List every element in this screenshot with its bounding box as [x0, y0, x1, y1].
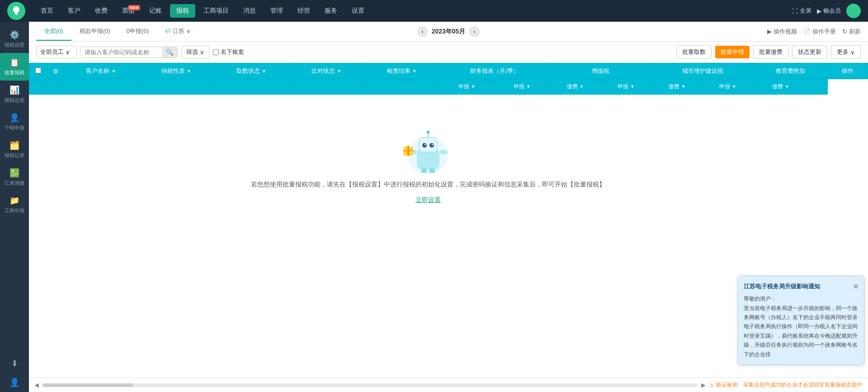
th-gear[interactable]: ⚙ — [47, 63, 64, 79]
notif-header: 江苏电子税务局升级影响通知 ✕ — [744, 282, 859, 292]
sidebar-item-personal-tax[interactable]: 👤 个税申报 — [0, 108, 29, 136]
th-check-result: 检查结果 ▼ — [364, 63, 439, 79]
sidebar-item-batch-tax[interactable]: 📋 批量报税 — [0, 53, 29, 81]
compare-status-filter-icon[interactable]: ▼ — [337, 68, 342, 74]
notification-panel: 江苏电子税务局升级影响通知 ✕ 尊敬的用户： 受当前电子税务局进一步升级的影响，… — [738, 276, 864, 365]
sidebar-label-settlement: 汇算清缴 — [5, 180, 24, 186]
svg-point-5 — [422, 143, 427, 148]
avatar[interactable] — [846, 4, 861, 18]
batch-pay-btn[interactable]: 批量缴费 — [753, 45, 788, 59]
more-btn[interactable]: 更多 ∨ — [831, 45, 861, 59]
th-tax-type: 纳税性质 ▼ — [139, 63, 214, 79]
member-btn[interactable]: ▶ 畅会员 — [817, 7, 841, 15]
tab-region[interactable]: 🏷 江苏 ∨ — [157, 23, 199, 41]
tab-bar: 全部(0) 税款申报(0) 0申报(0) 🏷 江苏 ∨ ‹ 2023年05月 › — [29, 22, 868, 42]
dropdown-icon: ∨ — [66, 49, 70, 56]
tab-zero-declare[interactable]: 0申报(0) — [118, 23, 157, 41]
fullscreen-btn[interactable]: ⛶ 全屏 — [792, 7, 811, 15]
th-city-tax: 城市维护建设税 — [652, 63, 754, 79]
nav-menu: 首页 客户 收费 票据 NEW 记账 报税 工商项目 消息 管理 经营 服务 设… — [34, 4, 792, 18]
scroll-thumb — [42, 383, 133, 387]
video-btn[interactable]: ▶ 操作视频 — [767, 28, 797, 36]
batch-declare-btn[interactable]: 批量申报 — [715, 46, 750, 58]
settlement-icon: 💹 — [9, 168, 19, 178]
member-icon: ▶ — [817, 8, 821, 14]
th-vat-pay: 缴费 ▼ — [550, 79, 601, 95]
toolbar-right: 批量取数 批量申报 批量缴费 状态更新 更多 ∨ — [676, 45, 861, 59]
search-button[interactable]: 🔍 — [162, 47, 177, 57]
nav-accounting[interactable]: 记账 — [143, 4, 168, 18]
th-sub-empty7 — [364, 79, 439, 95]
month-navigation: ‹ 2023年05月 › — [417, 26, 480, 37]
tab-tax-declare[interactable]: 税款申报(0) — [71, 23, 118, 41]
warning-icon: ⚠ — [709, 382, 714, 388]
nav-customer[interactable]: 客户 — [61, 4, 87, 18]
sidebar-download[interactable]: ⬇ — [0, 354, 29, 373]
sidebar-profile[interactable]: 👤 — [0, 373, 29, 392]
sidebar-item-tax-overview[interactable]: 📊 报税总览 — [0, 81, 29, 108]
prev-month-btn[interactable]: ‹ — [417, 26, 428, 37]
svg-rect-1 — [15, 14, 17, 15]
nav-right: ⛶ 全屏 ▶ 畅会员 — [792, 4, 861, 18]
svg-point-8 — [432, 144, 433, 145]
next-month-btn[interactable]: › — [469, 26, 480, 37]
empty-state-cell: 若您想使用批量报税功能，请先在【报税设置】中进行报税的初始化设置，完成密码验证和… — [29, 95, 828, 232]
sidebar-item-tax-settings[interactable]: ⚙️ 报税设置 — [0, 25, 29, 53]
tab-all[interactable]: 全部(0) — [36, 23, 71, 41]
setup-link[interactable]: 立即设置 — [415, 196, 441, 204]
tab-actions: ▶ 操作视频 📄 操作手册 ↻ 刷新 — [767, 28, 861, 36]
nav-tax[interactable]: 报税 — [170, 4, 195, 18]
nav-manage[interactable]: 管理 — [264, 4, 289, 18]
th-checkbox — [29, 63, 47, 79]
th-edu-declare: 申报 ▼ — [703, 79, 754, 95]
sidebar-item-settlement[interactable]: 💹 汇算清缴 — [0, 163, 29, 191]
check-result-filter-icon[interactable]: ▼ — [412, 68, 417, 74]
notif-close-btn[interactable]: ✕ — [853, 282, 859, 292]
nav-operation[interactable]: 经营 — [291, 4, 316, 18]
sidebar-label-tax-settings: 报税设置 — [5, 42, 24, 48]
fetch-status-filter-icon[interactable]: ▼ — [262, 68, 267, 74]
th-sub-empty4 — [139, 79, 214, 95]
svg-point-7 — [425, 144, 426, 145]
manual-btn[interactable]: 📄 操作手册 — [803, 28, 836, 36]
filter-button[interactable]: 筛选 ∨ — [181, 46, 209, 58]
tab-list: 全部(0) 税款申报(0) 0申报(0) 🏷 江苏 ∨ — [36, 23, 199, 41]
nav-settings[interactable]: 设置 — [345, 4, 371, 18]
search-input[interactable] — [81, 47, 162, 57]
nav-home[interactable]: 首页 — [34, 4, 60, 18]
client-name-filter-icon[interactable]: ▼ — [111, 68, 116, 74]
tax-records-icon: 🗂️ — [9, 140, 19, 150]
employee-select[interactable]: 全部员工 ∨ — [36, 46, 77, 58]
batch-fetch-btn[interactable]: 批量取数 — [676, 45, 712, 59]
sidebar-label-personal-tax: 个税申报 — [5, 124, 24, 131]
refresh-btn[interactable]: ↻ 刷新 — [842, 28, 861, 36]
th-vat-declare: 申报 ▼ — [495, 79, 550, 95]
status-update-btn[interactable]: 状态更新 — [792, 45, 827, 59]
nav-service[interactable]: 服务 — [318, 4, 344, 18]
sidebar-item-annual-report[interactable]: 📁 工商年报 — [0, 191, 29, 219]
select-all-checkbox[interactable] — [35, 67, 41, 73]
tax-settings-icon: ⚙️ — [9, 30, 19, 40]
sidebar-item-tax-records[interactable]: 🗂️ 报税记录 — [0, 136, 29, 163]
toolbar: 全部员工 ∨ 🔍 筛选 ∨ 名下账套 批量取数 批量申报 批量缴费 状态更新 — [29, 42, 868, 63]
filter-dropdown-icon: ∨ — [200, 49, 204, 56]
nav-message[interactable]: 消息 — [237, 4, 262, 18]
current-month: 2023年05月 — [432, 28, 466, 36]
sidebar-label-batch-tax: 批量报税 — [5, 69, 24, 76]
scroll-track[interactable] — [42, 383, 698, 387]
nav-invoice[interactable]: 票据 NEW — [116, 4, 141, 18]
checkbox-label[interactable]: 名下账套 — [213, 48, 244, 56]
nav-business[interactable]: 工商项目 — [197, 4, 235, 18]
th-fetch-status: 取数状态 ▼ — [214, 63, 289, 79]
checkbox-input[interactable] — [213, 49, 219, 55]
sidebar: ⚙️ 报税设置 📋 批量报税 📊 报税总览 👤 个税申报 🗂️ 报税记录 💹 汇… — [0, 22, 29, 392]
profile-icon: 👤 — [9, 378, 19, 387]
empty-state: 若您想使用批量报税功能，请先在【报税设置】中进行报税的初始化设置，完成密码验证和… — [29, 95, 828, 231]
top-navigation: 首页 客户 收费 票据 NEW 记账 报税 工商项目 消息 管理 经营 服务 设… — [0, 0, 868, 22]
nav-billing[interactable]: 收费 — [89, 4, 114, 18]
svg-rect-17 — [429, 168, 435, 173]
tax-type-filter-icon[interactable]: ▼ — [186, 68, 191, 74]
svg-rect-0 — [15, 13, 18, 14]
download-icon: ⬇ — [9, 359, 19, 368]
manual-icon: 📄 — [803, 28, 811, 35]
